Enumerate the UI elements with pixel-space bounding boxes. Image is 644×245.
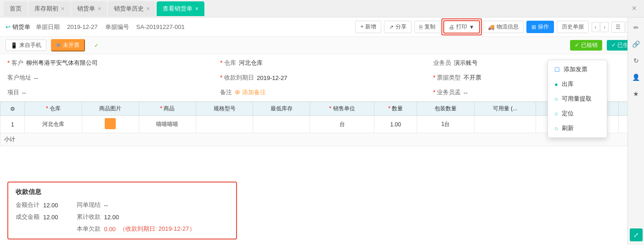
refresh-icon: ○ [554,125,558,132]
row-num: 1 [0,116,25,133]
doc-toolbar: ↩ 销货单 单据日期 2019-12-27 单据编号 SA-20191227-0… [0,17,644,37]
project-value: -- [22,89,26,96]
tab-sales-history-close[interactable]: × [147,6,150,12]
menu-outbound[interactable]: ● 出库 [548,77,607,91]
window-close-button[interactable]: × [628,4,640,13]
menu-locate[interactable]: ○ 定位 [548,106,607,121]
print-button[interactable]: 🖨 打印 ▼ [443,20,480,34]
staff-value: 演示账号 [454,59,478,67]
history-button[interactable]: 历史单据 [557,21,589,33]
ops-label: 操作 [538,23,549,31]
total-amount-value: 12.00 [43,202,58,209]
row-available [474,116,536,133]
tab-home-label: 首页 [10,5,22,13]
payment-info-title: 收款信息 [16,188,229,196]
print-button-wrapper: 🖨 打印 ▼ [443,20,480,34]
tab-home[interactable]: 首页 [4,1,28,16]
doc-type-badge: ↩ 销货单 [6,23,30,31]
menu-add-invoice[interactable]: ☐ 添加发票 [548,62,607,77]
menu-refresh[interactable]: ○ 刷新 [548,121,607,136]
arrears-label: 本单欠款 [77,225,101,233]
tab-inventory-init-close[interactable]: × [61,6,64,12]
locate-label: 定位 [562,109,574,118]
not-open-label: 未开票 [63,42,79,48]
available-pickup-icon: ○ [554,96,558,103]
payment-date-label: 收款到期日 [220,74,254,82]
doc-type-label: 销货单 [12,23,30,31]
transaction-value: 12.00 [43,214,58,221]
doc-date-value: 2019-12-27 [67,23,98,30]
confirm-icon: ✓ [94,42,99,49]
doc-date-label: 单据日期 [36,23,60,31]
address-field: 客户地址 -- [7,74,211,82]
col-pack-qty: 包装数量 [417,102,474,116]
tab-view-sales[interactable]: 查看销货单 × [157,1,204,16]
add-invoice-label: 添加发票 [564,65,588,74]
add-remark-button[interactable]: ⊕ 添加备注 [235,88,266,97]
bottom-section: 收款信息 金额合计 12.00 成交金额 12.00 [0,176,644,245]
form-row-3: 项目 -- 备注 ⊕ 添加备注 业务员孟 -- [7,88,637,97]
customer-field: 客户 柳州粤港平安气体有限公司 [7,59,211,67]
payment-info-col-2: 同单现结 -- 累计收款 12.00 本单欠款 0.00 （收款到期日: 201… [77,201,195,233]
copy-button[interactable]: ⎘ 复制 [414,21,441,33]
project-label: 项目 [7,88,19,97]
tab-inventory-init[interactable]: 库存期初 × [28,1,70,16]
product-image [105,118,116,129]
col-min-stock: 最低库存 [253,102,310,116]
warehouse-value: 河北仓库 [239,59,263,67]
already-sold-label: ✓ 已核销 [575,41,597,49]
tab-view-sales-label: 查看销货单 [163,5,192,13]
sales-order-icon: ↩ [6,23,11,30]
tab-view-sales-close[interactable]: × [195,6,198,12]
tab-sales-order-close[interactable]: × [98,6,101,12]
toolbar-actions: + 新增 ↗ 分享 ⎘ 复制 🖨 打印 ▼ [355,20,638,34]
row-product: 嘻嘻嘻嘻 [139,116,196,133]
same-order-value: -- [104,202,108,209]
settings-gear-icon: ⚙ [10,106,15,112]
logistics-button[interactable]: 🚚 物流信息 [483,21,524,33]
main-content: ↩ 销货单 单据日期 2019-12-27 单据编号 SA-20191227-0… [0,17,644,245]
customer-value: 柳州粤港平安气体有限公司 [26,59,98,67]
history-label: 历史单据 [562,23,584,31]
sidebar-refresh-icon[interactable]: ↻ [630,54,643,67]
add-remark-icon: ⊕ [235,88,240,96]
sidebar-link-icon[interactable]: 🔗 [630,38,643,51]
sidebar-edit-icon[interactable]: ✏ [630,21,643,34]
tab-sales-order[interactable]: 销货单 × [71,1,107,16]
doc-number-value: SA-20191227-001 [136,23,185,30]
col-warehouse: 仓库 [25,102,82,116]
menu-available-pickup[interactable]: ○ 可用量提取 [548,91,607,106]
tab-inventory-init-label: 库存期初 [34,5,58,13]
not-open-button[interactable]: 未开票 [51,39,85,51]
sidebar-expand-icon[interactable]: ⤢ [630,228,643,241]
doc-number-label: 单据编号 [105,23,129,31]
same-order-label: 同单现结 [77,201,101,209]
confirm-button[interactable]: ✓ [90,41,103,50]
print-dropdown-arrow: ▼ [469,24,475,30]
sidebar-star-icon[interactable]: ★ [630,87,643,100]
refresh-label: 刷新 [562,124,574,132]
sidebar-user-icon[interactable]: 👤 [630,71,643,84]
next-button[interactable]: › [600,22,609,32]
project-field: 项目 -- [7,88,211,97]
col-settings[interactable]: ⚙ [0,102,25,116]
logistics-label: 物流信息 [497,23,519,31]
share-button[interactable]: ↗ 分享 [384,21,412,33]
nav-arrows: ‹ › [592,22,609,32]
list-view-button[interactable]: ☰ [611,22,625,33]
arrears-value: 0.00 [104,226,116,233]
already-sold-badge[interactable]: ✓ 已核销 [570,40,602,51]
tab-sales-history[interactable]: 销货单历史 × [108,1,156,16]
operations-button[interactable]: ⊞ 操作 [526,21,554,33]
staff2-value: -- [463,89,468,96]
add-remark-label: 添加备注 [242,89,266,96]
remark-field: 备注 ⊕ 添加备注 [220,88,424,97]
cumulative-item: 累计收款 12.00 [77,213,195,221]
add-button[interactable]: + 新增 [355,21,381,33]
staff2-label: 业务员孟 [433,88,461,97]
from-phone-button[interactable]: 📱 来自手机 [6,40,46,51]
locate-icon: ○ [554,110,558,117]
prev-button[interactable]: ‹ [592,22,600,32]
sec-toolbar: 📱 来自手机 未开票 ✓ ✓ 已核销 ✓ 已生效 [0,37,644,54]
address-label: 客户地址 [7,74,31,82]
